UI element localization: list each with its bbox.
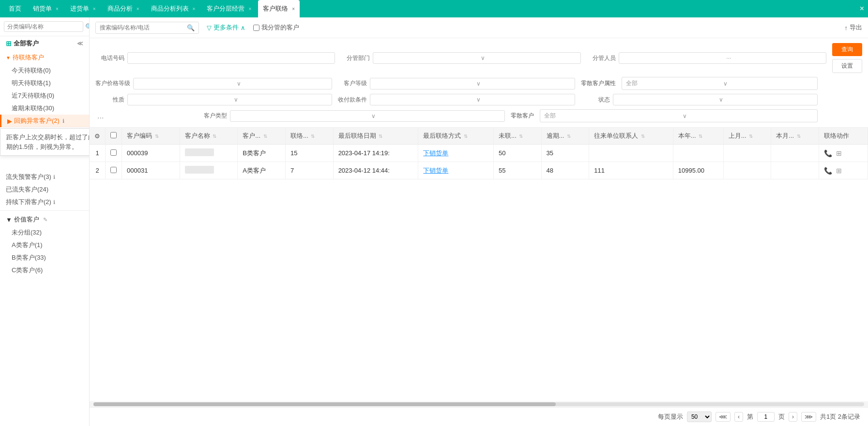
content-area: 🔍 ▽ 更多条件 ∧ 我分管的客户 ↑ 导出 电话号码 [90, 17, 868, 426]
payment-select[interactable]: ∨ [370, 94, 575, 105]
sort-type-icon[interactable]: ⇅ [263, 133, 267, 139]
price-grade-select[interactable]: ∨ [133, 78, 332, 89]
nav-analysis-list-close[interactable]: × [193, 6, 196, 12]
sidebar-unclassified[interactable]: 未分组(32) [0, 226, 89, 239]
manager-select[interactable]: ··· [619, 52, 826, 64]
nav-home[interactable]: 首页 [4, 0, 26, 17]
sidebar-week-pending[interactable]: 近7天待联络(0) [0, 89, 89, 102]
scrollbar-track[interactable] [93, 402, 864, 406]
sidebar-all-customers[interactable]: ⊞ 全部客户 ≪ [0, 36, 89, 51]
info-icon[interactable]: ℹ [62, 118, 64, 124]
sidebar-pending-title[interactable]: ▼ 待联络客户 [0, 51, 89, 64]
cell-type-1: B类客户 [238, 145, 286, 162]
nav-customer-contact[interactable]: 客户联络 × [258, 0, 300, 17]
phone-action-icon-1[interactable]: 📞 [824, 149, 832, 157]
search-icon[interactable]: 🔍 [183, 22, 198, 33]
nav-analysis-list[interactable]: 商品分析列表 × [146, 0, 200, 17]
cell-unread-1: 50 [493, 145, 541, 162]
next-page-button[interactable]: › [789, 412, 797, 422]
nav-analysis-close[interactable]: × [137, 6, 139, 12]
scrollbar-thumb[interactable] [93, 402, 556, 406]
scatter-attr-select[interactable]: 全部 ∨ [622, 77, 818, 90]
cell-checkbox-1 [106, 145, 122, 162]
scatter-customer-select[interactable]: 全部 ∨ [540, 109, 818, 122]
note-action-icon-1[interactable]: ⊞ [836, 149, 842, 157]
nav-customer-contact-close[interactable]: × [292, 6, 295, 12]
phone-input[interactable] [127, 52, 335, 64]
horizontal-scrollbar[interactable] [90, 401, 868, 407]
filter-customer-type: 客户类型 ∨ [198, 110, 505, 122]
settings-button[interactable]: 设置 [832, 59, 862, 73]
sort-unread-icon[interactable]: ⇅ [519, 133, 523, 139]
nav-purchase-close[interactable]: × [93, 6, 96, 12]
sidebar-search-input[interactable] [4, 21, 83, 32]
sidebar-lost-warning[interactable]: 流失预警客户(3) ℹ [0, 171, 89, 183]
sidebar-lost-customers[interactable]: 已流失客户(24) [0, 183, 89, 196]
nav-customer-segment-close[interactable]: × [248, 6, 251, 12]
sort-last-month-icon[interactable]: ⇅ [749, 133, 753, 139]
sidebar-tomorrow-pending[interactable]: 明天待联络(1) [0, 77, 89, 89]
more-conditions-btn[interactable]: ▽ 更多条件 ∧ [203, 21, 249, 34]
dept-select[interactable]: ∨ [373, 52, 580, 64]
window-close-icon[interactable]: × [860, 4, 864, 13]
sort-overdue-icon[interactable]: ⇅ [567, 133, 571, 139]
dots-icon[interactable]: ··· [722, 53, 826, 63]
settings-icon[interactable]: ⚙ [94, 132, 100, 140]
sort-year-icon[interactable]: ⇅ [699, 133, 702, 139]
chevron-up-icon: ∧ [241, 24, 245, 31]
extra-dots[interactable]: ... [95, 112, 106, 120]
sidebar-tooltip: 距客户上次交易时长，超过了此客户的平均交易周期的1.5倍，则视为异常。 [0, 128, 90, 156]
last-method-link-1[interactable]: 下销货单 [423, 149, 448, 157]
select-all-checkbox[interactable] [110, 132, 117, 138]
sidebar-value-group-title[interactable]: ▼ 价值客户 ✎ [0, 213, 89, 226]
my-customers-checkbox[interactable] [253, 25, 259, 31]
page-label2: 页 [778, 412, 785, 421]
export-button[interactable]: ↑ 导出 [845, 23, 863, 32]
sidebar-class-b[interactable]: B类客户(33) [0, 251, 89, 264]
phone-action-icon-2[interactable]: 📞 [824, 167, 832, 175]
filter-icon: ▽ [207, 24, 212, 31]
sidebar-declining-customers[interactable]: 持续下滑客户(2) ℹ [0, 196, 89, 208]
sidebar-overdue-pending[interactable]: 逾期未联络(30) [0, 102, 89, 115]
collapse-icon[interactable]: ≪ [77, 40, 83, 47]
search-input[interactable] [96, 22, 183, 33]
page-number-input[interactable] [757, 412, 775, 422]
first-page-button[interactable]: ⋘ [716, 412, 731, 422]
nav-purchase[interactable]: 进货单 × [65, 0, 101, 17]
sort-code-icon[interactable]: ⇅ [155, 133, 159, 139]
status-select[interactable]: ∨ [613, 94, 818, 105]
last-method-link-2[interactable]: 下销货单 [423, 167, 448, 174]
sort-this-month-icon[interactable]: ⇅ [797, 133, 801, 139]
customer-type-select[interactable]: ∨ [230, 110, 505, 122]
info-icon2[interactable]: ℹ [53, 174, 55, 180]
sort-name-icon[interactable]: ⇅ [213, 133, 216, 139]
nav-sales-close[interactable]: × [56, 6, 59, 12]
nature-select[interactable]: ∨ [127, 94, 332, 105]
sidebar-search-button[interactable]: 🔍 [85, 23, 90, 30]
sidebar-class-c[interactable]: C类客户(6) [0, 264, 89, 277]
per-page-select[interactable]: 50 20 100 [687, 411, 712, 422]
nav-analysis[interactable]: 商品分析 × [103, 0, 144, 17]
sidebar-abnormal-repurchase[interactable]: ▶ 回购异常客户(2) ℹ [0, 115, 89, 127]
sort-method-icon[interactable]: ⇅ [464, 133, 468, 139]
sort-contact-icon[interactable]: ⇅ [311, 133, 315, 139]
filter-row-2: 客户价格等级 ∨ 客户等级 ∨ 零散客户属性 全部 [95, 77, 862, 90]
filter-scatter-customer: 零散客户 全部 ∨ [511, 109, 818, 122]
row-checkbox-1[interactable] [110, 149, 117, 156]
customer-grade-select[interactable]: ∨ [370, 78, 575, 89]
edit-icon[interactable]: ✎ [43, 217, 47, 223]
sort-unit-icon[interactable]: ⇅ [641, 133, 645, 139]
row-checkbox-2[interactable] [110, 167, 117, 173]
sidebar-today-pending[interactable]: 今天待联络(0) [0, 64, 89, 77]
info-icon3[interactable]: ℹ [53, 199, 55, 206]
query-button[interactable]: 查询 [832, 43, 862, 56]
col-contact: 联络... ⇅ [285, 128, 333, 145]
last-page-button[interactable]: ⋙ [801, 412, 816, 422]
sidebar-pending-group: ▼ 待联络客户 今天待联络(0) 明天待联络(1) 近7天待联络(0) 逾期未联… [0, 51, 89, 115]
nav-customer-segment[interactable]: 客户分层经营 × [202, 0, 256, 17]
nav-sales[interactable]: 销货单 × [28, 0, 63, 17]
sort-date-icon[interactable]: ⇅ [379, 133, 382, 139]
note-action-icon-2[interactable]: ⊞ [836, 167, 842, 175]
prev-page-button[interactable]: ‹ [734, 412, 743, 422]
sidebar-class-a[interactable]: A类客户(1) [0, 239, 89, 251]
